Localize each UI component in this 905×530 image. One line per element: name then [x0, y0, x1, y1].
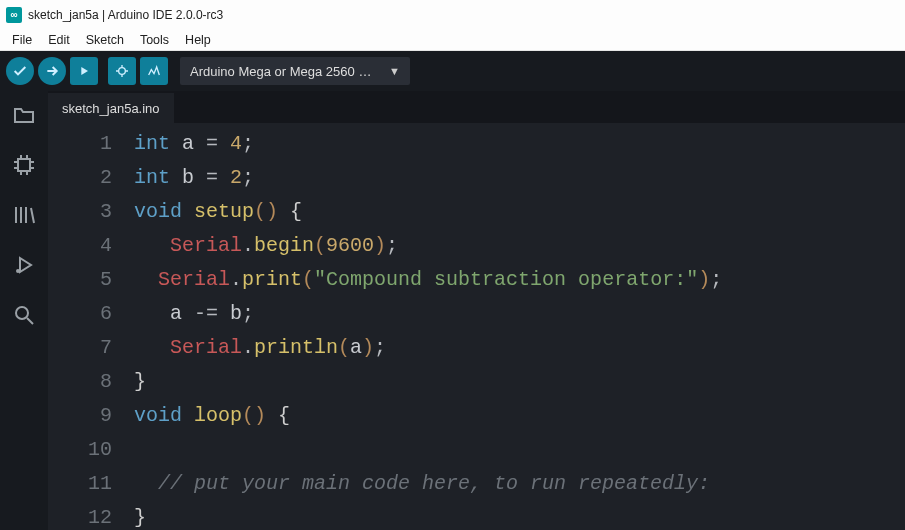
window-titlebar: ∞ sketch_jan5a | Arduino IDE 2.0.0-rc3 [0, 0, 905, 29]
code-line[interactable] [134, 433, 905, 467]
tab-active[interactable]: sketch_jan5a.ino [48, 93, 174, 123]
check-icon [12, 63, 28, 79]
line-gutter: 123456789101112 [48, 127, 134, 530]
code-editor[interactable]: 123456789101112 int a = 4;int b = 2;void… [48, 123, 905, 530]
library-manager-button[interactable] [10, 201, 38, 229]
code-line[interactable]: a -= b; [134, 297, 905, 331]
debugger-button[interactable] [108, 57, 136, 85]
app-icon: ∞ [6, 7, 22, 23]
debug-panel-button[interactable] [10, 251, 38, 279]
line-number: 7 [48, 331, 112, 365]
debug-start-button[interactable] [70, 57, 98, 85]
folder-icon [12, 103, 36, 127]
code-line[interactable]: Serial.println(a); [134, 331, 905, 365]
editor-area: sketch_jan5a.ino 123456789101112 int a =… [48, 91, 905, 530]
code-lines[interactable]: int a = 4;int b = 2;void setup() { Seria… [134, 127, 905, 530]
debug-icon [12, 253, 36, 277]
menu-edit[interactable]: Edit [40, 31, 78, 49]
verify-button[interactable] [6, 57, 34, 85]
line-number: 8 [48, 365, 112, 399]
line-number: 4 [48, 229, 112, 263]
svg-point-0 [119, 68, 126, 75]
code-line[interactable]: int b = 2; [134, 161, 905, 195]
menubar: File Edit Sketch Tools Help [0, 29, 905, 51]
line-number: 9 [48, 399, 112, 433]
code-line[interactable]: } [134, 501, 905, 530]
arrow-right-icon [44, 63, 60, 79]
upload-button[interactable] [38, 57, 66, 85]
code-line[interactable]: void loop() { [134, 399, 905, 433]
menu-help[interactable]: Help [177, 31, 219, 49]
line-number: 12 [48, 501, 112, 530]
menu-file[interactable]: File [4, 31, 40, 49]
explorer-button[interactable] [10, 101, 38, 129]
books-icon [12, 203, 36, 227]
code-line[interactable]: int a = 4; [134, 127, 905, 161]
code-line[interactable]: // put your main code here, to run repea… [134, 467, 905, 501]
board-selector[interactable]: Arduino Mega or Mega 2560 … ▼ [180, 57, 410, 85]
bug-icon [114, 63, 130, 79]
chevron-down-icon: ▼ [389, 65, 400, 77]
board-selector-label: Arduino Mega or Mega 2560 … [190, 64, 371, 79]
menu-sketch[interactable]: Sketch [78, 31, 132, 49]
code-line[interactable]: Serial.print("Compound subtraction opera… [134, 263, 905, 297]
serial-plotter-button[interactable] [140, 57, 168, 85]
search-button[interactable] [10, 301, 38, 329]
activity-bar [0, 91, 48, 530]
code-line[interactable]: Serial.begin(9600); [134, 229, 905, 263]
line-number: 11 [48, 467, 112, 501]
line-number: 1 [48, 127, 112, 161]
chip-icon [12, 153, 36, 177]
svg-point-3 [16, 307, 28, 319]
main-area: sketch_jan5a.ino 123456789101112 int a =… [0, 91, 905, 530]
line-number: 5 [48, 263, 112, 297]
line-number: 3 [48, 195, 112, 229]
code-line[interactable]: } [134, 365, 905, 399]
play-bug-icon [76, 63, 92, 79]
line-number: 2 [48, 161, 112, 195]
window-title: sketch_jan5a | Arduino IDE 2.0.0-rc3 [28, 8, 223, 22]
code-line[interactable]: void setup() { [134, 195, 905, 229]
plotter-icon [146, 63, 162, 79]
svg-rect-1 [18, 159, 30, 171]
editor-tabs: sketch_jan5a.ino [48, 91, 905, 123]
menu-tools[interactable]: Tools [132, 31, 177, 49]
search-icon [12, 303, 36, 327]
svg-point-2 [16, 269, 20, 273]
line-number: 10 [48, 433, 112, 467]
boards-manager-button[interactable] [10, 151, 38, 179]
line-number: 6 [48, 297, 112, 331]
toolbar: Arduino Mega or Mega 2560 … ▼ [0, 51, 905, 91]
